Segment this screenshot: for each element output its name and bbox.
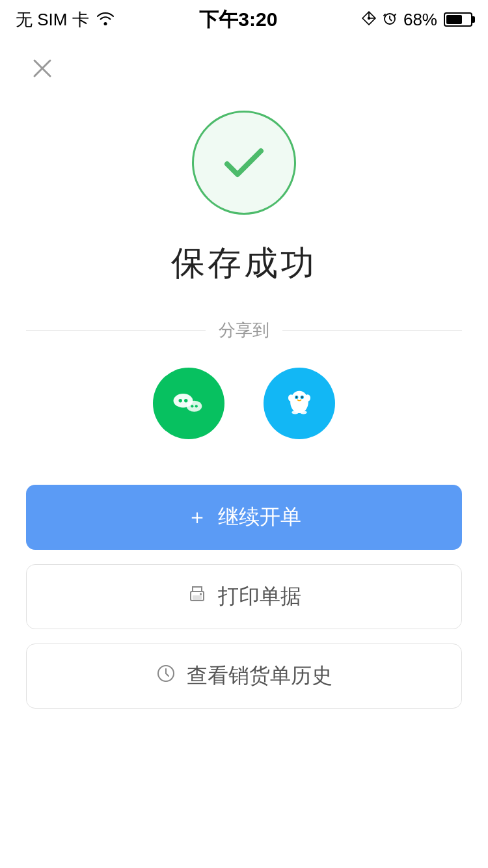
svg-point-7 <box>187 401 202 412</box>
carrier-text: 无 SIM 卡 <box>16 8 89 31</box>
actions: ＋ 继续开单 打印单据 查看销货单历史 <box>26 485 462 709</box>
print-label: 打印单据 <box>218 582 301 611</box>
wifi-icon <box>96 10 115 30</box>
status-left: 无 SIM 卡 <box>16 8 115 31</box>
clock-icon <box>156 663 176 689</box>
status-bar: 无 SIM 卡 下午3:20 68% <box>0 0 488 39</box>
svg-point-5 <box>179 399 182 402</box>
share-divider-label: 分享到 <box>219 319 269 342</box>
history-label: 查看销货单历史 <box>187 662 332 690</box>
wechat-icon <box>168 383 210 424</box>
checkmark-icon <box>218 137 270 189</box>
svg-point-18 <box>291 411 299 414</box>
location-icon <box>362 10 376 30</box>
alarm-icon <box>383 10 397 30</box>
svg-point-16 <box>288 394 294 401</box>
divider-line-right <box>282 330 462 331</box>
battery-icon <box>444 12 472 27</box>
share-icons <box>153 368 335 439</box>
svg-point-8 <box>191 405 193 407</box>
svg-point-15 <box>301 396 303 398</box>
divider-line-left <box>26 330 206 331</box>
print-button[interactable]: 打印单据 <box>26 564 462 629</box>
plus-icon: ＋ <box>187 503 208 532</box>
status-right: 68% <box>362 10 472 30</box>
svg-point-17 <box>305 394 311 401</box>
status-time: 下午3:20 <box>199 7 277 33</box>
svg-rect-22 <box>200 593 202 595</box>
svg-point-19 <box>300 411 307 414</box>
svg-point-0 <box>368 16 370 19</box>
continue-button[interactable]: ＋ 继续开单 <box>26 485 462 550</box>
wechat-share-button[interactable] <box>153 368 224 439</box>
success-circle <box>192 111 296 215</box>
svg-point-6 <box>184 399 187 402</box>
continue-label: 继续开单 <box>218 503 301 532</box>
success-icon <box>192 111 296 215</box>
success-title: 保存成功 <box>171 241 317 286</box>
svg-point-14 <box>295 396 297 398</box>
qq-share-button[interactable] <box>264 368 335 439</box>
share-divider: 分享到 <box>26 319 462 342</box>
printer-icon <box>187 584 208 610</box>
svg-rect-21 <box>193 595 202 600</box>
battery-percentage: 68% <box>403 10 437 30</box>
close-button[interactable] <box>26 52 59 85</box>
main-content: 保存成功 分享到 <box>0 39 488 868</box>
qq-icon <box>278 383 320 424</box>
svg-point-9 <box>195 405 198 407</box>
history-button[interactable]: 查看销货单历史 <box>26 644 462 709</box>
